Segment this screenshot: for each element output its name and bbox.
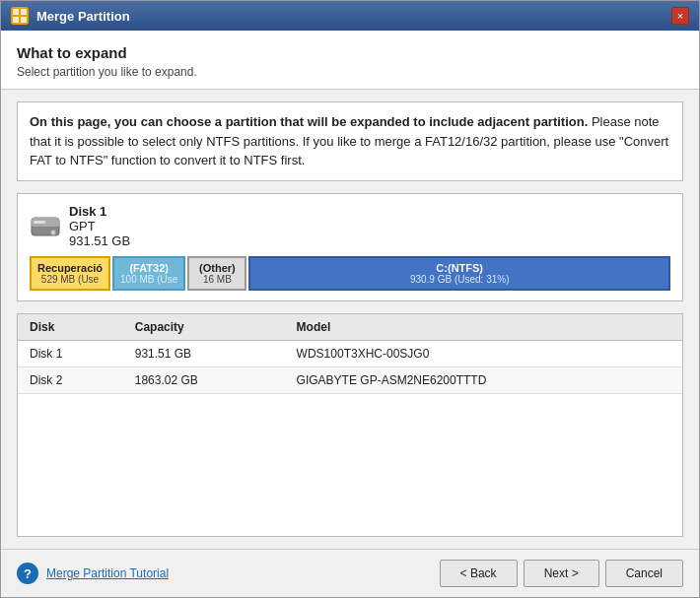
dialog-window: Merge Partition × What to expand Select … xyxy=(0,0,700,598)
disk-table-section: Disk Capacity Model Disk 1 931.51 GB WDS… xyxy=(17,313,683,538)
table-header-row: Disk Capacity Model xyxy=(18,314,682,341)
partition-other-size: 16 MB xyxy=(195,274,239,285)
row1-capacity: 931.51 GB xyxy=(123,340,285,366)
title-bar: Merge Partition × xyxy=(1,1,699,31)
footer-left: ? Merge Partition Tutorial xyxy=(17,563,169,584)
svg-rect-7 xyxy=(34,221,45,224)
disk-name: Disk 1 xyxy=(69,204,130,219)
partition-recovery-name: Recuperació xyxy=(37,262,103,274)
disk-header: Disk 1 GPT 931.51 GB xyxy=(30,204,670,248)
footer-buttons: < Back Next > Cancel xyxy=(440,560,683,587)
partition-fat32-name: (FAT32) xyxy=(120,262,177,274)
cancel-button[interactable]: Cancel xyxy=(605,560,683,587)
svg-rect-3 xyxy=(21,17,27,23)
table-row[interactable]: Disk 2 1863.02 GB GIGABYTE GP-ASM2NE6200… xyxy=(18,366,682,393)
partition-ntfs-name: C:(NTFS) xyxy=(256,262,663,274)
dialog-title: Merge Partition xyxy=(36,9,130,24)
partition-recovery[interactable]: Recuperació 529 MB (Use xyxy=(30,256,110,291)
disk-icon xyxy=(30,212,61,239)
row2-model: GIGABYTE GP-ASM2NE6200TTTD xyxy=(285,366,682,393)
app-icon xyxy=(11,7,29,25)
disk-table: Disk Capacity Model Disk 1 931.51 GB WDS… xyxy=(18,314,682,394)
tutorial-link[interactable]: Merge Partition Tutorial xyxy=(46,566,169,580)
help-button[interactable]: ? xyxy=(17,563,38,584)
row2-disk: Disk 2 xyxy=(18,366,123,393)
partitions-row: Recuperació 529 MB (Use (FAT32) 100 MB (… xyxy=(30,256,670,291)
partition-ntfs[interactable]: C:(NTFS) 930.9 GB (Used: 31%) xyxy=(248,256,670,291)
partition-other-name: (Other) xyxy=(195,262,239,274)
table-row[interactable]: Disk 1 931.51 GB WDS100T3XHC-00SJG0 xyxy=(18,340,682,366)
footer: ? Merge Partition Tutorial < Back Next >… xyxy=(1,549,699,597)
svg-point-6 xyxy=(51,231,56,235)
info-box: On this page, you can choose a partition… xyxy=(17,101,683,181)
disk-visual: Disk 1 GPT 931.51 GB Recuperació 529 MB … xyxy=(17,193,683,301)
col-model: Model xyxy=(285,314,682,341)
disk-type: GPT xyxy=(69,219,130,233)
close-button[interactable]: × xyxy=(671,7,689,25)
disk-label: Disk 1 GPT 931.51 GB xyxy=(69,204,130,248)
row1-model: WDS100T3XHC-00SJG0 xyxy=(285,340,682,366)
back-button[interactable]: < Back xyxy=(440,560,518,587)
col-disk: Disk xyxy=(18,314,123,341)
disk-size: 931.51 GB xyxy=(69,233,130,248)
partition-recovery-size: 529 MB (Use xyxy=(37,274,103,285)
main-content: On this page, you can choose a partition… xyxy=(1,90,699,549)
svg-rect-1 xyxy=(21,9,27,15)
title-bar-left: Merge Partition xyxy=(11,7,130,25)
partition-other[interactable]: (Other) 16 MB xyxy=(187,256,246,291)
info-bold: On this page, you can choose a partition… xyxy=(30,114,588,129)
svg-rect-0 xyxy=(13,9,19,15)
row2-capacity: 1863.02 GB xyxy=(123,366,285,393)
svg-rect-2 xyxy=(13,17,19,23)
section-subtitle: Select partition you like to expand. xyxy=(17,65,683,79)
section-title: What to expand xyxy=(17,44,683,61)
next-button[interactable]: Next > xyxy=(524,560,599,587)
partition-fat32-size: 100 MB (Use xyxy=(120,274,177,285)
partition-fat32[interactable]: (FAT32) 100 MB (Use xyxy=(112,256,185,291)
partition-ntfs-size: 930.9 GB (Used: 31%) xyxy=(256,274,663,285)
section-header: What to expand Select partition you like… xyxy=(1,31,699,90)
row1-disk: Disk 1 xyxy=(18,340,123,366)
col-capacity: Capacity xyxy=(123,314,285,341)
